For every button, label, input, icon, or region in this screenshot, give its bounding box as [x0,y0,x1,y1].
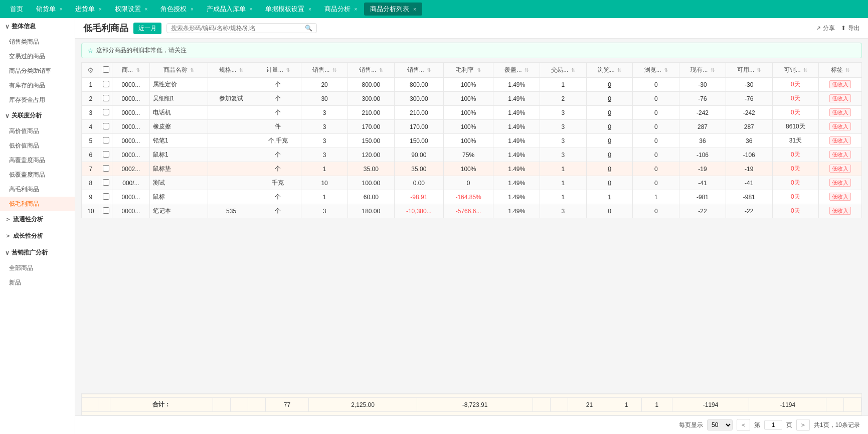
view-link[interactable]: 1 [608,194,611,201]
export-button[interactable]: ⬆ 导出 [841,24,860,33]
col-header-tag[interactable]: 标签 ⇅ [819,63,862,78]
row-checkbox-cell[interactable] [100,148,112,162]
col-header-current[interactable]: 现有... ⇅ [679,63,726,78]
row-checkbox-cell[interactable] [100,92,112,106]
row-view1[interactable]: 0 [586,106,633,120]
select-all-checkbox[interactable] [103,66,109,73]
view-link[interactable]: 0 [608,95,611,102]
row-view1[interactable]: 1 [586,190,633,204]
sidebar-group-relevance[interactable]: ∨ 关联度分析 [0,107,75,124]
nav-sales-order[interactable]: 销货单 × [30,3,68,16]
row-view1[interactable]: 0 [586,92,633,106]
nav-product-entry[interactable]: 产成品入库单 × [201,3,258,16]
settings-icon[interactable]: ⚙ [87,66,94,74]
row-checkbox[interactable] [103,109,109,115]
col-header-code[interactable]: 商... ⇅ [112,63,149,78]
per-page-select[interactable]: 50 20 100 [707,419,733,430]
row-checkbox[interactable] [103,123,109,129]
row-checkbox-cell[interactable] [100,78,112,92]
search-input[interactable] [171,25,305,32]
time-filter-button[interactable]: 近一月 [133,23,161,34]
col-header-spec[interactable]: 规格... ⇅ [208,63,255,78]
close-icon[interactable]: × [413,7,416,12]
row-view1[interactable]: 0 [586,120,633,134]
nav-product-analysis-list[interactable]: 商品分析列表 × [364,3,422,16]
close-icon[interactable]: × [145,7,148,12]
view-link[interactable]: 0 [608,81,611,88]
table-container[interactable]: ⚙ 商... ⇅ 商品名称 ⇅ 规格... ⇅ 计量... ⇅ 销售... ⇅ … [81,62,862,393]
row-checkbox-cell[interactable] [100,106,112,120]
row-checkbox-cell[interactable] [100,204,112,218]
col-header-sale-count[interactable]: 销售... ⇅ [301,63,348,78]
col-header-saleable[interactable]: 可销... ⇅ [772,63,819,78]
checkbox-col-header[interactable] [100,63,112,78]
nav-purchase-order[interactable]: 进货单 × [69,3,107,16]
col-header-sale-price[interactable]: 销售... ⇅ [348,63,394,78]
close-icon[interactable]: × [99,7,102,12]
sidebar-item-high-margin[interactable]: 高毛利商品 [0,182,75,197]
row-checkbox[interactable] [103,179,109,186]
col-header-view2[interactable]: 浏览... ⇅ [633,63,679,78]
sidebar-item-low-coverage[interactable]: 低覆盖度商品 [0,168,75,182]
nav-role-auth[interactable]: 角色授权 × [154,3,199,16]
col-header-available[interactable]: 可用... ⇅ [726,63,772,78]
view-link[interactable]: 0 [608,137,611,144]
col-header-view1[interactable]: 浏览... ⇅ [586,63,633,78]
row-view1[interactable]: 0 [586,204,633,218]
page-number-input[interactable] [764,420,782,430]
row-checkbox[interactable] [103,81,109,87]
row-checkbox[interactable] [103,207,109,214]
row-checkbox[interactable] [103,165,109,172]
view-link[interactable]: 0 [608,152,611,159]
row-view1[interactable]: 0 [586,78,633,92]
row-view1[interactable]: 0 [586,134,633,148]
row-checkbox-cell[interactable] [100,190,112,204]
nav-template-settings[interactable]: 单据模板设置 × [259,3,317,16]
sidebar-item-high-value[interactable]: 高价值商品 [0,124,75,138]
next-page-button[interactable]: ＞ [796,419,810,431]
close-icon[interactable]: × [250,7,253,12]
row-view1[interactable]: 0 [586,162,633,176]
view-link[interactable]: 0 [608,180,611,187]
view-link[interactable]: 0 [608,123,611,130]
sidebar-group-growth[interactable]: ＞ 成长性分析 [0,228,75,244]
row-checkbox[interactable] [103,193,109,200]
close-icon[interactable]: × [354,7,357,12]
settings-col-header[interactable]: ⚙ [82,63,100,78]
sidebar-item-stocked-goods[interactable]: 有库存的商品 [0,78,75,93]
row-checkbox-cell[interactable] [100,120,112,134]
sidebar-group-marketing[interactable]: ∨ 营销推广分析 [0,244,75,261]
prev-page-button[interactable]: ＜ [737,419,750,431]
sidebar-item-category-rate[interactable]: 商品分类助销率 [0,64,75,78]
col-header-coverage[interactable]: 覆盖... ⇅ [493,63,540,78]
sidebar-item-traded-goods[interactable]: 交易过的商品 [0,49,75,64]
nav-permissions[interactable]: 权限设置 × [109,3,153,16]
sidebar-item-new-goods[interactable]: 新品 [0,275,75,290]
nav-product-analysis[interactable]: 商品分析 × [318,3,363,16]
sidebar-item-low-margin[interactable]: 低毛利商品 [0,197,75,211]
sidebar-item-sales-goods[interactable]: 销售类商品 [0,35,75,49]
sidebar-group-circulation[interactable]: ＞ 流通性分析 [0,211,75,228]
sidebar-item-high-coverage[interactable]: 高覆盖度商品 [0,153,75,168]
col-header-unit[interactable]: 计量... ⇅ [255,63,301,78]
sidebar-item-all-goods[interactable]: 全部商品 [0,261,75,275]
row-view1[interactable]: 0 [586,148,633,162]
row-checkbox[interactable] [103,137,109,143]
view-link[interactable]: 0 [608,109,611,116]
row-checkbox[interactable] [103,151,109,158]
view-link[interactable]: 0 [608,208,611,215]
col-header-gross-rate[interactable]: 毛利率 ⇅ [443,63,493,78]
nav-home[interactable]: 首页 [4,3,29,16]
col-header-sale-amount[interactable]: 销售... ⇅ [394,63,443,78]
col-header-name[interactable]: 商品名称 ⇅ [149,63,208,78]
row-checkbox-cell[interactable] [100,134,112,148]
row-checkbox-cell[interactable] [100,176,112,190]
search-box[interactable]: 🔍 [166,23,317,33]
col-header-trade[interactable]: 交易... ⇅ [540,63,587,78]
close-icon[interactable]: × [191,7,194,12]
row-view1[interactable]: 0 [586,176,633,190]
view-link[interactable]: 0 [608,166,611,173]
row-checkbox-cell[interactable] [100,162,112,176]
row-checkbox[interactable] [103,95,109,101]
sidebar-item-capital[interactable]: 库存资金占用 [0,93,75,107]
